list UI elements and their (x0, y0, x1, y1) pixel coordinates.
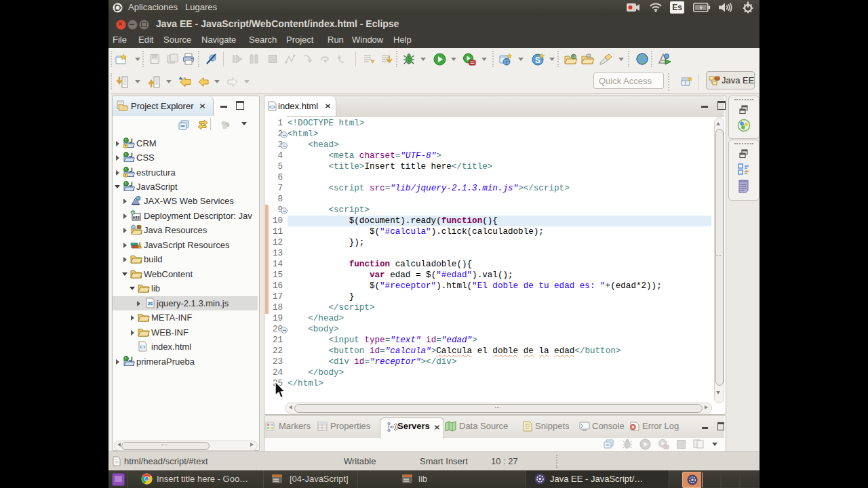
svg-text:S: S (535, 56, 540, 65)
